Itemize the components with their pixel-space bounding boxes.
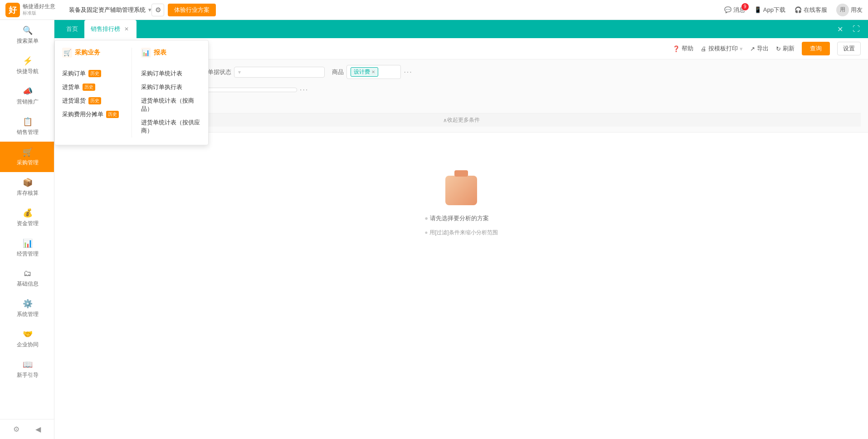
purchase-dropdown-menu: 🛒 采购业务 采购订单 历史 进货单 历史 进货退货 历史 采购费用分摊单 历史… [54, 40, 209, 145]
marketing-icon: 📣 [23, 86, 33, 96]
goods-dots[interactable]: ··· [404, 68, 412, 76]
sidebar-label-sales: 销售管理 [17, 128, 39, 136]
app-download-btn[interactable]: 📱 App下载 [754, 6, 785, 14]
purchase-order-exec-item[interactable]: 采购订单执行表 [141, 80, 201, 94]
sidebar-item-sales[interactable]: 📋 销售管理 [0, 111, 54, 142]
receipt-stat-goods-item[interactable]: 进货单统计表（按商品） [141, 94, 201, 116]
salesperson-input[interactable] [206, 88, 297, 92]
system-name-area: 装备及固定资产辅助管理系统 ▾ [69, 6, 151, 14]
messages-btn[interactable]: 💬 消息 9 [724, 6, 745, 14]
sidebar-label-system: 系统管理 [17, 311, 39, 318]
tab-close-icon[interactable]: ✕ [123, 25, 130, 33]
export-icon: ↗ [750, 45, 755, 52]
operations-icon: 📊 [23, 238, 33, 248]
tab-resize-icon[interactable]: ⛶ [850, 23, 863, 35]
settings-gear-icon[interactable]: ⚙ [151, 4, 164, 16]
empty-hint-2: ● 用[过滤]条件来缩小分析范围 [424, 229, 497, 237]
purchase-order-exec-label: 采购订单执行表 [141, 83, 182, 91]
purchase-cost-label: 采购费用分摊单 [62, 110, 103, 118]
dropdown-divider [132, 48, 132, 138]
purchase-order-hist-badge: 历史 [88, 70, 101, 77]
purchase-return-item[interactable]: 进货退货 历史 [62, 94, 122, 108]
online-service-btn[interactable]: 🎧 在线客服 [795, 6, 827, 14]
sidebar-item-newbie[interactable]: 📖 新手引导 [0, 354, 54, 385]
tab-close-window-icon[interactable]: ✕ [834, 23, 846, 35]
doc-status-input[interactable]: ▾ [234, 67, 325, 78]
report-col-title: 📊 报表 [141, 48, 201, 61]
sidebar: 🔍 搜索菜单 ⚡ 快捷导航 📣 营销推广 📋 销售管理 🛒 采购管理 📦 库存核… [0, 20, 54, 439]
messages-badge: 9 [741, 3, 749, 10]
user-area[interactable]: 用 用友 [836, 4, 863, 16]
tabbar-right: ✕ ⛶ [834, 23, 863, 35]
sidebar-label-operations: 经营管理 [17, 250, 39, 258]
refresh-label: 刷新 [783, 44, 795, 53]
purchase-receipt-label: 进货单 [62, 83, 80, 91]
sidebar-footer-settings-icon[interactable]: ⚙ [13, 425, 20, 434]
sidebar-item-basic[interactable]: 🗂 基础信息 [0, 263, 54, 293]
sidebar-label-newbie: 新手引导 [17, 371, 39, 379]
sidebar-item-marketing[interactable]: 📣 营销推广 [0, 81, 54, 111]
empty-state: ● 请先选择要分析的方案 ● 用[过滤]条件来缩小分析范围 [54, 133, 868, 273]
finance-icon: 💰 [23, 208, 33, 218]
purchase-return-label: 进货退货 [62, 97, 86, 105]
empty-hint-1-text: 请先选择要分析的方案 [430, 215, 489, 222]
sidebar-label-marketing: 营销推广 [17, 98, 39, 106]
print-dropdown-icon: ▾ [740, 45, 743, 52]
sidebar-item-operations[interactable]: 📊 经营管理 [0, 233, 54, 263]
help-label: 帮助 [682, 44, 693, 53]
sidebar-item-search[interactable]: 🔍 搜索菜单 [0, 20, 54, 50]
sidebar-item-system[interactable]: ⚙️ 系统管理 [0, 293, 54, 324]
purchase-order-item[interactable]: 采购订单 历史 [62, 67, 122, 80]
doc-status-label: 单据状态 [208, 68, 231, 76]
tab-sales-rank[interactable]: 销售排行榜 ✕ [84, 20, 137, 38]
receipt-stat-supplier-label: 进货单统计表（按供应商） [141, 118, 201, 135]
basic-icon: 🗂 [24, 269, 32, 278]
goods-filter: 商品 设计费 ✕ ··· [332, 65, 412, 79]
sidebar-label-quicknav: 快捷导航 [17, 68, 39, 75]
help-btn[interactable]: ❓ 帮助 [673, 44, 693, 53]
online-service-label: 在线客服 [804, 6, 827, 14]
newbie-icon: 📖 [23, 360, 33, 370]
doc-status-arrow-icon: ▾ [238, 69, 241, 75]
purchase-order-stat-item[interactable]: 采购订单统计表 [141, 67, 201, 80]
purchase-order-stat-label: 采购订单统计表 [141, 69, 182, 78]
query-btn[interactable]: 查询 [802, 42, 830, 55]
empty-hint-1: ● 请先选择要分析的方案 [424, 214, 488, 222]
tab-home[interactable]: 首页 [60, 20, 84, 38]
goods-tag[interactable]: 设计费 ✕ [351, 67, 378, 77]
receipt-stat-goods-label: 进货单统计表（按商品） [141, 97, 201, 113]
salesperson-dots[interactable]: ··· [300, 86, 308, 94]
system-dropdown-arrow[interactable]: ▾ [148, 6, 151, 13]
receipt-stat-supplier-item[interactable]: 进货单统计表（按供应商） [141, 116, 201, 138]
empty-icon-shape [445, 176, 477, 205]
sidebar-label-enterprise: 企业协同 [17, 341, 39, 349]
print-btn[interactable]: 🖨 按模板打印 ▾ [701, 44, 743, 53]
sidebar-footer-collapse-icon[interactable]: ◀ [35, 425, 41, 434]
tabbar: 首页 销售排行榜 ✕ ✕ ⛶ [54, 20, 868, 38]
purchase-order-label: 采购订单 [62, 69, 86, 78]
settings-btn[interactable]: 设置 [837, 42, 861, 55]
goods-input[interactable]: 设计费 ✕ [346, 65, 401, 79]
sidebar-item-enterprise[interactable]: 🤝 企业协同 [0, 324, 54, 354]
sidebar-item-purchase[interactable]: 🛒 采购管理 [0, 142, 54, 172]
purchase-receipt-item[interactable]: 进货单 历史 [62, 80, 122, 94]
export-btn[interactable]: ↗ 导出 [750, 44, 769, 53]
sidebar-item-quicknav[interactable]: ⚡ 快捷导航 [0, 50, 54, 81]
logo-text: 畅捷通好生意 [23, 3, 55, 10]
experience-btn[interactable]: 体验行业方案 [168, 4, 216, 16]
goods-tag-remove-icon[interactable]: ✕ [371, 69, 375, 74]
search-icon: 🔍 [23, 25, 33, 35]
purchase-col-icon: 🛒 [62, 48, 72, 58]
sidebar-label-purchase: 采购管理 [17, 159, 39, 167]
tab-sales-rank-label: 销售排行榜 [91, 25, 120, 33]
report-col-title-text: 报表 [154, 49, 166, 57]
refresh-btn[interactable]: ↻ 刷新 [776, 44, 795, 53]
user-label: 用友 [851, 6, 863, 14]
sidebar-item-finance[interactable]: 💰 资金管理 [0, 202, 54, 233]
refresh-icon: ↻ [776, 45, 781, 52]
sidebar-label-basic: 基础信息 [17, 280, 39, 288]
inventory-icon: 📦 [23, 178, 33, 187]
help-icon: ❓ [673, 45, 680, 52]
purchase-cost-item[interactable]: 采购费用分摊单 历史 [62, 108, 122, 121]
sidebar-item-inventory[interactable]: 📦 库存核算 [0, 172, 54, 202]
